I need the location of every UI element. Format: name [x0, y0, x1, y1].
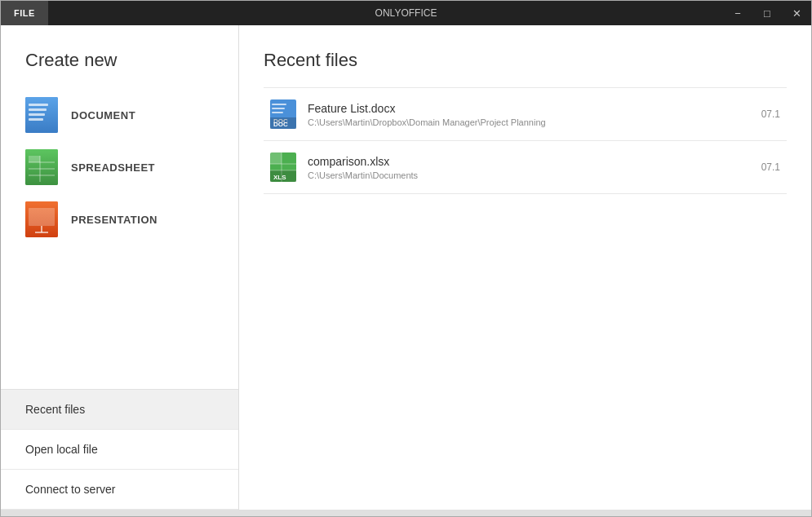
- file-doc-icon: DOC DOC: [270, 99, 296, 129]
- file-path: C:\Users\Martin\Documents: [308, 170, 750, 180]
- create-items: DOCUMENT: [25, 91, 222, 244]
- svg-rect-19: [272, 104, 286, 105]
- app-window: FILE ONLYOFFICE − □ ✕ Create new: [0, 0, 812, 517]
- restore-button[interactable]: □: [752, 1, 782, 25]
- presentation-icon: [25, 201, 58, 237]
- svg-rect-15: [29, 208, 55, 226]
- nav-open-local-file[interactable]: Open local file: [1, 430, 238, 470]
- main-panel: Recent files DOC DOC: [239, 25, 811, 510]
- nav-recent-files[interactable]: Recent files: [1, 390, 238, 430]
- svg-text:DOC: DOC: [273, 121, 288, 128]
- file-item[interactable]: DOC DOC Feature List.docx C:\Users\Marti…: [264, 88, 787, 141]
- titlebar-controls: − □ ✕: [723, 1, 811, 25]
- file-tab[interactable]: FILE: [1, 1, 48, 25]
- svg-rect-3: [29, 108, 47, 111]
- titlebar-left: FILE: [1, 1, 48, 25]
- file-date: 07.1: [761, 108, 780, 120]
- file-list: DOC DOC Feature List.docx C:\Users\Marti…: [264, 87, 787, 194]
- spreadsheet-icon: [25, 149, 58, 185]
- file-item[interactable]: XLS comparison.xlsx C:\Users\Martin\Docu…: [264, 141, 787, 194]
- svg-rect-21: [272, 112, 283, 113]
- svg-rect-7: [25, 149, 58, 185]
- svg-rect-2: [29, 104, 48, 106]
- bottom-bar: [1, 510, 811, 516]
- file-info: comparison.xlsx C:\Users\Martin\Document…: [308, 155, 750, 180]
- minimize-button[interactable]: −: [723, 1, 752, 25]
- file-info: Feature List.docx C:\Users\Martin\Dropbo…: [308, 102, 750, 127]
- titlebar-title: ONLYOFFICE: [375, 7, 437, 19]
- file-sheet-icon: XLS: [270, 152, 296, 182]
- file-path: C:\Users\Martin\Dropbox\Domain Manager\P…: [308, 117, 750, 127]
- titlebar: FILE ONLYOFFICE − □ ✕: [1, 1, 811, 25]
- sidebar-nav: Recent files Open local file Connect to …: [1, 389, 238, 510]
- svg-rect-29: [270, 152, 282, 164]
- svg-rect-12: [29, 156, 40, 162]
- document-label: DOCUMENT: [71, 109, 135, 122]
- create-new-section: Create new: [1, 25, 238, 260]
- create-spreadsheet-item[interactable]: SPREADSHEET: [25, 143, 222, 192]
- svg-rect-20: [272, 108, 285, 109]
- close-button[interactable]: ✕: [782, 1, 811, 25]
- document-icon: [25, 97, 58, 133]
- create-new-title: Create new: [25, 50, 222, 71]
- main-content: Create new: [1, 25, 811, 510]
- file-name: comparison.xlsx: [308, 155, 750, 168]
- nav-connect-to-server[interactable]: Connect to server: [1, 470, 238, 510]
- svg-rect-5: [29, 118, 43, 121]
- spreadsheet-label: SPREADSHEET: [71, 161, 155, 174]
- svg-rect-4: [29, 113, 45, 116]
- create-presentation-item[interactable]: PRESENTATION: [25, 195, 222, 244]
- sidebar: Create new: [1, 25, 239, 510]
- create-document-item[interactable]: DOCUMENT: [25, 91, 222, 139]
- svg-text:XLS: XLS: [273, 174, 286, 181]
- presentation-label: PRESENTATION: [71, 214, 158, 226]
- recent-files-title: Recent files: [264, 50, 787, 71]
- file-name: Feature List.docx: [308, 102, 750, 115]
- file-date: 07.1: [761, 161, 780, 173]
